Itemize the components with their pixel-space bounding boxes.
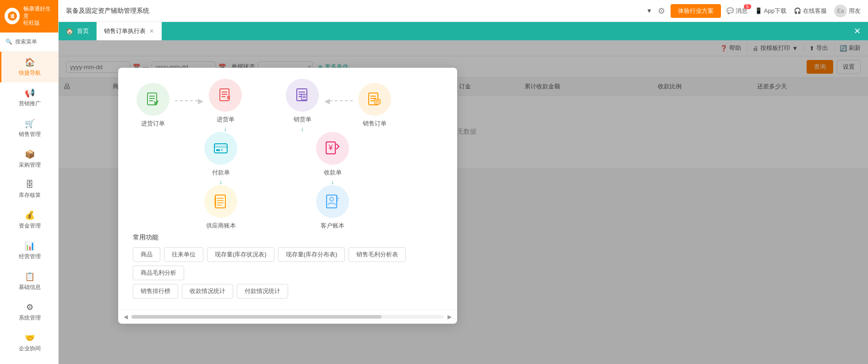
scroll-thumb [131, 315, 382, 319]
func-buttons-row2: 销售排行榜 收款情况统计 付款情况统计 [133, 284, 442, 299]
supplier-ledger-circle [204, 185, 237, 218]
sales-icon: 🛒 [25, 119, 35, 129]
sales-bill-col: 销货单 ↓ [282, 79, 322, 132]
payment-node[interactable]: ¥ 付款单 [204, 132, 237, 177]
func-btn-stock-status[interactable]: 现存量(库存状况表) [207, 247, 274, 262]
down-arrow-sales: ↓ [301, 125, 304, 132]
supplier-ledger-node[interactable]: 供应商账本 [204, 185, 237, 230]
sidebar-item-operations[interactable]: 📊 经营管理 [0, 235, 58, 266]
svg-rect-36 [327, 195, 337, 208]
sidebar-item-corp-coop[interactable]: 🤝 企业协同 [0, 327, 58, 358]
svg-text:¥: ¥ [220, 148, 223, 152]
purchase-icon: 📦 [25, 149, 35, 159]
func-btn-receipt-stats[interactable]: 收款情况统计 [182, 284, 233, 299]
func-btn-product[interactable]: 商品 [133, 247, 160, 262]
corp-coop-icon: 🤝 [25, 333, 35, 343]
svg-rect-35 [214, 197, 216, 206]
experience-btn[interactable]: 体验行业方案 [671, 4, 721, 18]
supplier-ledger-col: 供应商账本 [201, 185, 241, 230]
sales-order-node[interactable]: 销售订单 [358, 83, 391, 128]
user-item[interactable]: Ea 用友 [834, 5, 861, 17]
sidebar-item-base-info[interactable]: 📋 基础信息 [0, 266, 58, 297]
func-btn-sales-profit[interactable]: 销售毛利分析表 [349, 247, 406, 262]
avatar: Ea [834, 5, 847, 17]
sidebar-nav: 🏠 快捷导航 📢 营销推广 🛒 销售管理 📦 采购管理 🗄 库存核算 💰 [0, 52, 58, 364]
payment-circle: ¥ [204, 132, 237, 165]
svg-point-37 [330, 197, 333, 201]
sidebar-search[interactable]: 🔍 搜索菜单 [0, 33, 58, 52]
func-btn-partner[interactable]: 往来单位 [164, 247, 203, 262]
customer-ledger-node[interactable]: 客户账本 [316, 185, 349, 230]
sidebar-item-inventory[interactable]: 🗄 库存核算 [0, 174, 58, 205]
purchase-bill-circle [209, 79, 242, 112]
modal-footer: ◀ ▶ [118, 310, 457, 324]
down-arrow-purchase: ↓ [224, 125, 227, 132]
search-icon: 🔍 [5, 38, 12, 45]
tab-sales-order-exec[interactable]: 销售订单执行表 ✕ [97, 22, 162, 40]
finance-icon: 💰 [25, 210, 35, 220]
sidebar-item-marketing[interactable]: 📢 营销推广 [0, 82, 58, 113]
sidebar-item-purchase[interactable]: 📦 采购管理 [0, 144, 58, 174]
svg-rect-21 [375, 99, 380, 104]
tabbar: 🏠 首页 销售订单执行表 ✕ ✕ [59, 22, 868, 40]
scroll-right-icon[interactable]: ▶ [448, 314, 452, 320]
message-badge: 5 [744, 4, 751, 9]
down-arrow-receipt: ↓ [331, 179, 334, 185]
sidebar-item-quick-nav[interactable]: 🏠 快捷导航 [0, 52, 58, 82]
flow-bottom-section: 供应商账本 [201, 185, 442, 230]
common-functions: 常用功能 商品 往来单位 现存量(库存状况表) 现存量(库存分布表) 销售毛利分… [133, 234, 442, 299]
svg-rect-26 [216, 149, 220, 151]
flow-modal: 进货订单 ▶ [118, 68, 457, 324]
sidebar-item-sales[interactable]: 🛒 销售管理 [0, 113, 58, 144]
scroll-left-icon[interactable]: ◀ [124, 314, 128, 320]
flow-top-section: 进货订单 ▶ [133, 79, 442, 132]
tab-home[interactable]: 🏠 首页 [59, 22, 97, 40]
sales-order-col: 销售订单 [355, 83, 395, 128]
svg-rect-30 [215, 195, 225, 208]
logo-icon: 通 [5, 8, 20, 24]
payment-col: ¥ 付款单 ↓ [201, 132, 241, 185]
sidebar-item-finance[interactable]: 💰 资金管理 [0, 205, 58, 235]
svg-text:通: 通 [10, 14, 15, 19]
headset-icon: 🎧 [794, 7, 801, 14]
func-buttons-row1: 商品 往来单位 现存量(库存状况表) 现存量(库存分布表) 销售毛利分析表 商品… [133, 247, 442, 280]
message-item[interactable]: 💬 消息 5 [726, 7, 748, 15]
close-window-icon[interactable]: ✕ [854, 26, 861, 36]
purchase-bill-col: 进货单 ↓ [205, 79, 246, 132]
receipt-col: ¥ 收款单 ↓ [312, 132, 353, 185]
purchase-order-node[interactable]: 进货订单 [136, 83, 169, 128]
func-btn-stock-dist[interactable]: 现存量(库存分布表) [278, 247, 345, 262]
purchase-order-circle [136, 83, 169, 116]
func-btn-product-profit[interactable]: 商品毛利分析 [133, 266, 184, 280]
topbar-right: 💬 消息 5 📱 App下载 🎧 在线客服 Ea 用友 [726, 5, 861, 17]
message-icon: 💬 [726, 7, 734, 14]
system-dropdown[interactable]: ▼ [646, 7, 652, 14]
sales-order-circle [358, 83, 391, 116]
app-download-item[interactable]: 📱 App下载 [755, 7, 786, 15]
sidebar-logo: 通 畅康通好生意 旺旺版 [0, 0, 58, 33]
settings-icon[interactable]: ⚙ [658, 6, 665, 16]
sidebar-item-new-guide[interactable]: 🎯 新手引导 [0, 358, 58, 364]
purchase-order-col: 进货订单 [133, 83, 173, 128]
inventory-icon: 🗄 [26, 180, 34, 190]
marketing-icon: 📢 [25, 88, 35, 98]
func-btn-payment-stats[interactable]: 付款情况统计 [237, 284, 288, 299]
quick-nav-icon: 🏠 [25, 57, 35, 67]
receipt-node[interactable]: ¥ 收款单 [316, 132, 349, 177]
operations-icon: 📊 [25, 241, 35, 251]
sales-bill-node[interactable]: 销货单 [286, 79, 319, 124]
svg-text:¥: ¥ [328, 144, 333, 152]
tab-close-icon[interactable]: ✕ [149, 28, 154, 34]
chevron-down-icon: ▼ [646, 7, 652, 14]
sys-mgmt-icon: ⚙ [26, 302, 33, 312]
main-content: 装备及固定资产辅助管理系统 ▼ ⚙ 体验行业方案 💬 消息 5 📱 App下载 … [59, 0, 868, 364]
home-icon: 🏠 [66, 28, 73, 35]
purchase-bill-node[interactable]: 进货单 [209, 79, 242, 124]
sidebar-item-sys-mgmt[interactable]: ⚙ 系统管理 [0, 297, 58, 327]
func-btn-sales-rank[interactable]: 销售排行榜 [133, 284, 178, 299]
online-service-item[interactable]: 🎧 在线客服 [794, 7, 827, 15]
search-menu-button[interactable]: 🔍 搜索菜单 [4, 36, 55, 48]
scroll-track[interactable] [131, 315, 444, 319]
sales-bill-circle [286, 79, 319, 112]
sidebar: 通 畅康通好生意 旺旺版 🔍 搜索菜单 🏠 快捷导航 📢 营销推广 � [0, 0, 59, 364]
